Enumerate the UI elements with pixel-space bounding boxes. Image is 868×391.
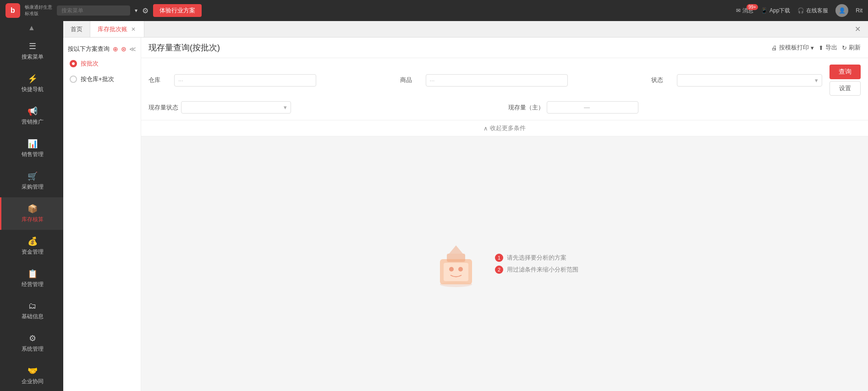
svg-rect-2 xyxy=(444,263,468,281)
sales-icon: 📊 xyxy=(27,139,38,149)
product-input[interactable]: ··· xyxy=(426,74,568,87)
sidebar-item-label: 资金管理 xyxy=(22,248,44,256)
app-download-btn[interactable]: 📱 App下载 xyxy=(761,7,790,15)
sidebar-item-search-menu[interactable]: ☰ 搜索菜单 xyxy=(0,35,63,67)
sidebar-item-label: 库存核算 xyxy=(22,216,44,223)
svg-marker-6 xyxy=(449,245,463,254)
sidebar-item-operation[interactable]: 📋 经营管理 xyxy=(0,262,63,295)
hint2-num: 2 xyxy=(495,266,503,274)
experience-btn[interactable]: 体验行业方案 xyxy=(153,4,202,17)
svg-point-4 xyxy=(458,267,463,272)
brand-info: 畅康通好生意 标准版 xyxy=(25,4,52,17)
sidebar-item-marketing[interactable]: 📢 营销推广 xyxy=(0,100,63,132)
filter-row-2: 现存量状态 ▾ 现存量（主） — xyxy=(148,101,861,114)
right-main: 现存量查询(按批次) 🖨 按模板打印 ▾ ⬆ 导出 ↻ xyxy=(141,38,868,391)
enterprise-icon: 🤝 xyxy=(27,366,38,376)
sidebar-item-quick-nav[interactable]: ⚡ 快捷导航 xyxy=(0,67,63,100)
inventory-qty-max[interactable] xyxy=(590,102,626,113)
range-separator: — xyxy=(584,104,590,111)
inventory-status-field: 现存量状态 ▾ xyxy=(148,101,501,114)
message-icon: ✉ xyxy=(736,7,741,14)
query-btn[interactable]: 查询 xyxy=(830,65,861,79)
messages-btn[interactable]: ✉ 消息 99+ xyxy=(736,7,753,15)
marketing-icon: 📢 xyxy=(27,106,38,116)
sidebar-item-label: 快捷导航 xyxy=(22,86,44,93)
empty-state: 1 请先选择要分析的方案 2 用过滤条件来缩小分析范围 xyxy=(141,136,868,391)
filter-by-warehouse-batch[interactable]: 按仓库+批次 xyxy=(63,71,141,87)
sidebar-item-label: 营销推广 xyxy=(22,118,44,126)
status-field: 状态 ▾ xyxy=(651,74,822,87)
warehouse-input[interactable]: ··· xyxy=(174,74,316,87)
warehouse-label: 仓库 xyxy=(148,76,171,84)
top-actions: ✉ 消息 99+ 📱 App下载 🎧 在线客服 👤 Rit xyxy=(736,4,863,17)
hint-2: 2 用过滤条件来缩小分析范围 xyxy=(495,266,578,274)
refresh-btn[interactable]: ↻ 刷新 xyxy=(842,43,861,52)
filter-settings-btn[interactable]: 设置 xyxy=(830,81,861,96)
sidebar-item-finance[interactable]: 💰 资金管理 xyxy=(0,230,63,262)
left-panel-settings-icon[interactable]: ⊛ xyxy=(121,45,126,53)
export-icon: ⬆ xyxy=(819,44,824,51)
filter-by-batch[interactable]: 按批次 xyxy=(63,56,141,71)
filter-area: 仓库 ··· 商品 ··· 状态 xyxy=(141,58,868,120)
sidebar-item-purchase[interactable]: 🛒 采购管理 xyxy=(0,165,63,197)
tab-batch-account[interactable]: 库存批次账 ✕ xyxy=(90,21,144,37)
page-title: 现存量查询(按批次) xyxy=(148,42,220,53)
warehouse-field: 仓库 ··· xyxy=(148,74,393,87)
inventory-status-input[interactable]: ▾ xyxy=(181,101,291,114)
sidebar-item-system[interactable]: ⚙ 系统管理 xyxy=(0,327,63,359)
sidebar-scroll-up[interactable]: ▲ xyxy=(0,21,63,35)
app-body: ▲ ☰ 搜索菜单 ⚡ 快捷导航 📢 营销推广 📊 销售管理 🛒 采购管理 📦 库… xyxy=(0,21,868,391)
empty-illustration xyxy=(431,241,477,287)
right-actions-col: 查询 设置 xyxy=(830,65,861,96)
inventory-qty-min[interactable] xyxy=(547,102,584,113)
sidebar-item-enterprise[interactable]: 🤝 企业协同 xyxy=(0,359,63,391)
print-icon: 🖨 xyxy=(771,44,777,51)
product-label: 商品 xyxy=(400,76,423,84)
operation-icon: 📋 xyxy=(27,269,38,279)
username-label[interactable]: Rit xyxy=(856,7,863,14)
warehouse-dots: ··· xyxy=(178,77,183,84)
sidebar-item-label: 搜索菜单 xyxy=(22,53,44,61)
left-panel-collapse-icon[interactable]: ≪ xyxy=(129,45,136,53)
headset-icon: 🎧 xyxy=(797,7,804,14)
left-filter-panel: 按以下方案查询 ⊕ ⊛ ≪ 按批次 按仓库+批次 xyxy=(63,38,141,391)
sidebar-item-label: 销售管理 xyxy=(22,151,44,158)
collapse-more-btn[interactable]: ∧ 收起更多条件 xyxy=(141,120,868,136)
finance-icon: 💰 xyxy=(27,236,38,246)
inv-status-chevron: ▾ xyxy=(284,104,287,111)
hint1-text: 请先选择要分析的方案 xyxy=(507,254,566,262)
export-btn[interactable]: ⬆ 导出 xyxy=(819,43,837,52)
sidebar: ▲ ☰ 搜索菜单 ⚡ 快捷导航 📢 营销推广 📊 销售管理 🛒 采购管理 📦 库… xyxy=(0,21,63,391)
quick-nav-icon: ⚡ xyxy=(27,74,38,84)
purchase-icon: 🛒 xyxy=(27,171,38,181)
inventory-qty-field: 现存量（主） — xyxy=(508,101,861,114)
sidebar-item-inventory[interactable]: 📦 库存核算 xyxy=(0,197,63,230)
app-download-icon: 📱 xyxy=(761,7,768,14)
online-service-btn[interactable]: 🎧 在线客服 xyxy=(797,7,828,15)
sidebar-item-basic[interactable]: 🗂 基础信息 xyxy=(0,295,63,327)
system-icon: ⚙ xyxy=(29,333,36,343)
left-panel-add-icon[interactable]: ⊕ xyxy=(113,45,118,53)
sidebar-item-label: 采购管理 xyxy=(22,183,44,191)
sidebar-item-label: 系统管理 xyxy=(22,345,44,353)
settings-icon[interactable]: ⚙ xyxy=(142,6,148,15)
inventory-status-label: 现存量状态 xyxy=(148,103,178,112)
sidebar-item-sales[interactable]: 📊 销售管理 xyxy=(0,132,63,165)
print-template-btn[interactable]: 🖨 按模板打印 ▾ xyxy=(771,43,814,52)
status-dropdown[interactable]: ▾ xyxy=(677,74,822,87)
hint-1: 1 请先选择要分析的方案 xyxy=(495,254,578,262)
print-dropdown-icon[interactable]: ▾ xyxy=(811,44,814,51)
status-chevron: ▾ xyxy=(815,77,818,84)
panel-close-btn[interactable]: ✕ xyxy=(853,23,863,35)
refresh-icon: ↻ xyxy=(842,44,847,51)
tab-home[interactable]: 首页 xyxy=(63,21,90,37)
tab-close-icon[interactable]: ✕ xyxy=(130,25,137,33)
main-content: 首页 库存批次账 ✕ ✕ 按以下方案查询 ⊕ ⊛ ≪ xyxy=(63,21,868,391)
avatar[interactable]: 👤 xyxy=(835,4,848,17)
inventory-qty-label: 现存量（主） xyxy=(508,103,544,112)
search-input[interactable] xyxy=(57,5,130,16)
search-dropdown-icon[interactable]: ▾ xyxy=(135,7,137,14)
search-menu-icon: ☰ xyxy=(29,41,36,51)
sidebar-item-label: 基础信息 xyxy=(22,313,44,320)
filter-row-1: 仓库 ··· 商品 ··· 状态 xyxy=(148,65,861,96)
